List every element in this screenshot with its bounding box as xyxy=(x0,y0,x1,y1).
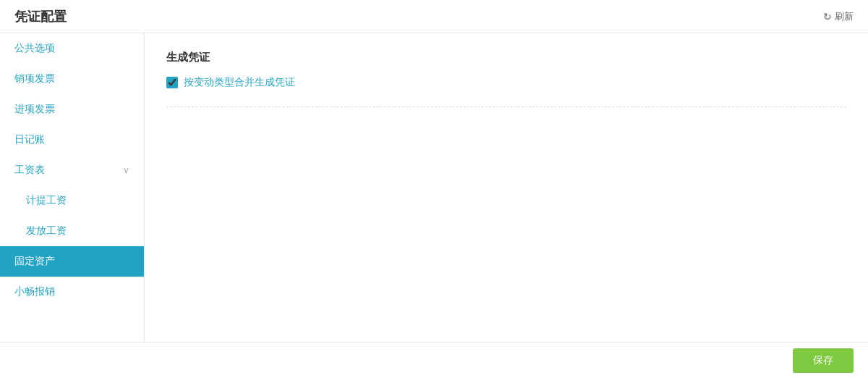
bottom-bar: 保存 xyxy=(0,342,868,378)
sidebar-item-label: 固定资产 xyxy=(14,255,55,268)
section-title: 生成凭证 xyxy=(166,51,846,64)
save-button[interactable]: 保存 xyxy=(793,348,854,373)
sidebar-item-label: 公共选项 xyxy=(14,42,55,55)
sidebar-item-label: 发放工资 xyxy=(26,224,67,238)
checkbox-row: 按变动类型合并生成凭证 xyxy=(166,76,846,89)
refresh-button[interactable]: ↻ 刷新 xyxy=(823,10,854,23)
merge-voucher-label[interactable]: 按变动类型合并生成凭证 xyxy=(184,76,295,89)
header: 凭证配置 ↻ 刷新 xyxy=(0,0,868,33)
sidebar-item-public-options[interactable]: 公共选项 xyxy=(0,33,144,64)
merge-voucher-checkbox[interactable] xyxy=(166,77,178,88)
content-area: 生成凭证 按变动类型合并生成凭证 xyxy=(145,33,868,342)
sidebar: 公共选项销项发票进项发票日记账工资表∨计提工资发放工资固定资产小畅报销 xyxy=(0,33,145,342)
sidebar-item-label: 进项发票 xyxy=(14,103,55,116)
sidebar-item-label: 日记账 xyxy=(14,133,45,146)
sidebar-item-accrued-payroll[interactable]: 计提工资 xyxy=(0,185,144,216)
sidebar-item-label: 销项发票 xyxy=(14,72,55,85)
sidebar-item-payroll-table[interactable]: 工资表∨ xyxy=(0,155,144,185)
sidebar-item-label: 计提工资 xyxy=(26,194,67,207)
section-divider xyxy=(166,106,846,107)
sidebar-item-sales-invoice[interactable]: 销项发票 xyxy=(0,64,144,94)
sidebar-item-label: 工资表 xyxy=(14,164,45,177)
sidebar-item-label: 小畅报销 xyxy=(14,285,55,298)
main-layout: 公共选项销项发票进项发票日记账工资表∨计提工资发放工资固定资产小畅报销 生成凭证… xyxy=(0,33,868,342)
refresh-icon: ↻ xyxy=(823,11,832,22)
sidebar-item-purchase-invoice[interactable]: 进项发票 xyxy=(0,94,144,125)
sidebar-item-journal[interactable]: 日记账 xyxy=(0,125,144,155)
sidebar-item-pay-payroll[interactable]: 发放工资 xyxy=(0,216,144,246)
refresh-label: 刷新 xyxy=(835,10,854,23)
sidebar-item-fixed-assets[interactable]: 固定资产 xyxy=(0,246,144,277)
chevron-down-icon: ∨ xyxy=(123,165,129,175)
page-title: 凭证配置 xyxy=(14,8,67,25)
sidebar-item-expense-report[interactable]: 小畅报销 xyxy=(0,277,144,307)
